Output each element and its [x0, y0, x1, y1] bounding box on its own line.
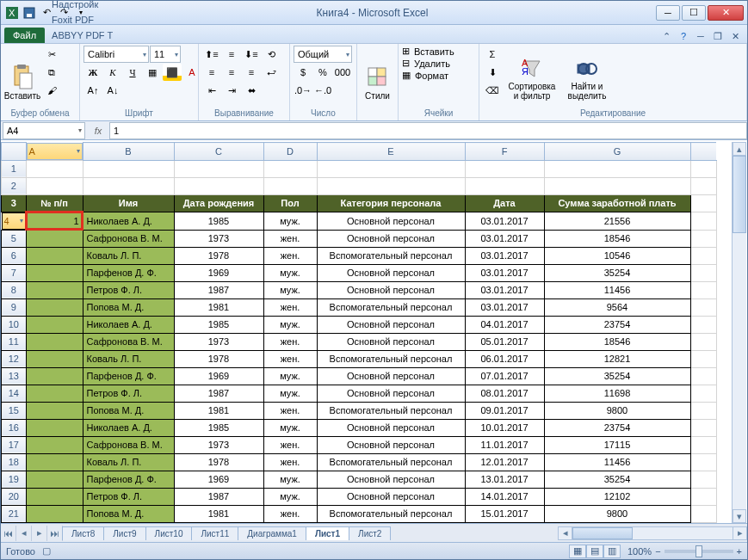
- border-button[interactable]: ▦: [143, 64, 162, 81]
- sheet-tab[interactable]: Лист1: [306, 526, 349, 540]
- cell[interactable]: 1985: [174, 316, 263, 333]
- cell[interactable]: [26, 316, 83, 333]
- cell[interactable]: [26, 281, 83, 298]
- cell[interactable]: 03.01.2017: [465, 281, 544, 298]
- scroll-right-icon[interactable]: ▸: [733, 527, 746, 539]
- cell[interactable]: 03.01.2017: [465, 264, 544, 281]
- cell[interactable]: [26, 453, 83, 471]
- table-header-cell[interactable]: № п/п: [26, 194, 83, 212]
- align-right-icon[interactable]: ≡: [242, 64, 261, 81]
- row-header[interactable]: 10: [2, 316, 27, 333]
- cell[interactable]: 04.01.2017: [465, 316, 544, 333]
- column-header[interactable]: G: [544, 143, 690, 161]
- sheet-nav-last-icon[interactable]: ⏭: [47, 526, 63, 541]
- normal-view-icon[interactable]: ▦: [569, 545, 586, 558]
- align-middle-icon[interactable]: ≡: [222, 46, 241, 63]
- decrease-decimal-icon[interactable]: ←.0: [313, 82, 332, 99]
- italic-button[interactable]: К: [103, 64, 122, 81]
- sheet-tab[interactable]: Лист2: [349, 526, 391, 540]
- cell[interactable]: Основной персонал: [317, 471, 465, 488]
- file-tab[interactable]: Файл: [4, 28, 45, 43]
- cell[interactable]: [26, 350, 83, 367]
- merge-cells-icon[interactable]: ⬌: [242, 82, 261, 99]
- cell[interactable]: 35254: [544, 264, 690, 281]
- cell[interactable]: 9564: [544, 298, 690, 316]
- cell[interactable]: Сафронова В. М.: [83, 333, 174, 350]
- row-header[interactable]: 18: [2, 453, 27, 471]
- cell[interactable]: 23754: [544, 419, 690, 436]
- scroll-left-icon[interactable]: ◂: [559, 527, 572, 539]
- insert-cells-button[interactable]: ⊞Вставить: [402, 46, 454, 57]
- cell[interactable]: 14.01.2017: [465, 488, 544, 505]
- vertical-scrollbar[interactable]: ▴ ▾: [732, 142, 746, 523]
- cell[interactable]: 1981: [174, 402, 263, 419]
- cell[interactable]: 07.01.2017: [465, 367, 544, 385]
- cell[interactable]: [26, 247, 83, 264]
- cell[interactable]: 03.01.2017: [465, 230, 544, 247]
- increase-decimal-icon[interactable]: .0→: [294, 82, 312, 99]
- column-header[interactable]: A: [27, 143, 83, 160]
- cell[interactable]: муж.: [263, 281, 317, 298]
- fill-color-button[interactable]: ⬛: [163, 64, 182, 81]
- sheet-nav-prev-icon[interactable]: ◂: [16, 526, 32, 541]
- row-header[interactable]: 12: [2, 350, 27, 367]
- cell[interactable]: жен.: [263, 230, 317, 247]
- page-layout-view-icon[interactable]: ▤: [586, 545, 603, 558]
- cell[interactable]: Николаев А. Д.: [83, 419, 174, 436]
- row-header[interactable]: 6: [2, 247, 27, 264]
- cell[interactable]: [26, 385, 83, 402]
- comma-icon[interactable]: 000: [333, 64, 352, 81]
- underline-button[interactable]: Ч: [123, 64, 142, 81]
- cell[interactable]: Вспомогательный персонал: [317, 453, 465, 471]
- row-header[interactable]: 11: [2, 333, 27, 350]
- cell[interactable]: 15.01.2017: [465, 505, 544, 522]
- cell[interactable]: Вспомогательный персонал: [317, 505, 465, 522]
- zoom-out-icon[interactable]: −: [655, 546, 660, 557]
- select-all-corner[interactable]: [2, 143, 27, 161]
- formula-input[interactable]: 1: [109, 122, 747, 139]
- column-header[interactable]: D: [263, 143, 317, 161]
- table-header-cell[interactable]: Имя: [83, 194, 174, 212]
- row-header[interactable]: 7: [2, 264, 27, 281]
- ribbon-tab[interactable]: Foxit PDF: [46, 12, 118, 28]
- cell[interactable]: [317, 177, 465, 194]
- row-header[interactable]: 9: [2, 298, 27, 316]
- cell[interactable]: [544, 160, 690, 177]
- cell[interactable]: [263, 160, 317, 177]
- align-top-icon[interactable]: ⬆≡: [202, 46, 221, 63]
- cell[interactable]: [26, 298, 83, 316]
- cell[interactable]: 10546: [544, 247, 690, 264]
- cell[interactable]: Вспомогательный персонал: [317, 247, 465, 264]
- number-format-select[interactable]: Общий: [294, 46, 352, 63]
- row-header[interactable]: 17: [2, 436, 27, 453]
- cell[interactable]: Основной персонал: [317, 488, 465, 505]
- sheet-tab[interactable]: Лист10: [145, 526, 193, 540]
- cell[interactable]: Сафронова В. М.: [83, 436, 174, 453]
- zoom-slider[interactable]: [665, 550, 733, 553]
- percent-icon[interactable]: %: [313, 64, 332, 81]
- cell[interactable]: [26, 367, 83, 385]
- cell[interactable]: 35254: [544, 471, 690, 488]
- sheet-nav-next-icon[interactable]: ▸: [32, 526, 47, 541]
- row-header[interactable]: 14: [2, 385, 27, 402]
- clear-icon[interactable]: ⌫: [483, 82, 502, 99]
- sheet-tab[interactable]: Лист11: [191, 526, 238, 540]
- horizontal-scrollbar[interactable]: ◂ ▸: [558, 526, 747, 540]
- cell[interactable]: жен.: [263, 298, 317, 316]
- hscroll-thumb[interactable]: [572, 527, 633, 539]
- cell[interactable]: Попова М. Д.: [83, 402, 174, 419]
- cell[interactable]: Парфенов Д. Ф.: [83, 367, 174, 385]
- cell[interactable]: жен.: [263, 402, 317, 419]
- row-header[interactable]: 2: [2, 177, 27, 194]
- column-header[interactable]: C: [174, 143, 263, 161]
- scroll-thumb[interactable]: [733, 156, 746, 233]
- sheet-tab[interactable]: Лист8: [62, 526, 104, 540]
- paste-button[interactable]: Вставить: [4, 46, 40, 102]
- cell[interactable]: муж.: [263, 316, 317, 333]
- page-break-view-icon[interactable]: ▥: [603, 545, 621, 558]
- cell[interactable]: 9800: [544, 402, 690, 419]
- cell[interactable]: муж.: [263, 385, 317, 402]
- font-size-select[interactable]: 11: [150, 46, 181, 63]
- cell[interactable]: жен.: [263, 350, 317, 367]
- cell[interactable]: 1969: [174, 471, 263, 488]
